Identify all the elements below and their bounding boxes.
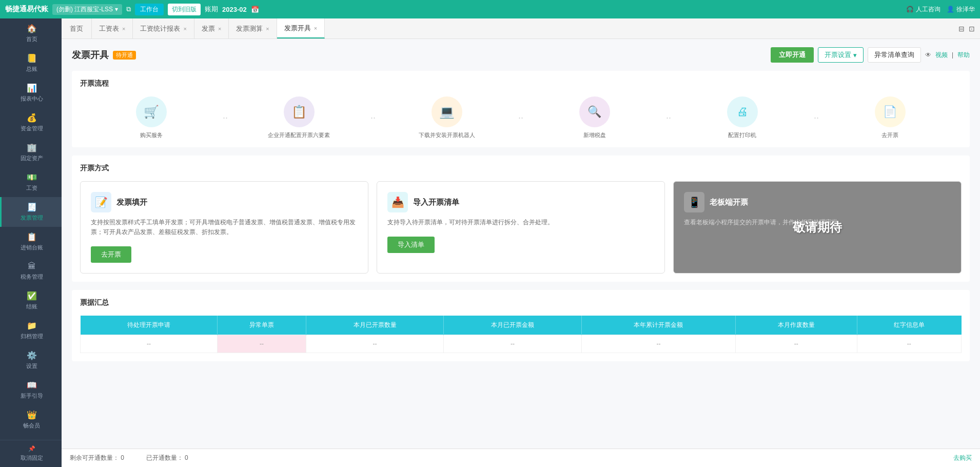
- bottom-info: 剩余可开通数量： 0 已开通数量： 0: [70, 454, 188, 462]
- flow-title: 开票流程: [80, 79, 962, 88]
- buy-link[interactable]: 去购买: [953, 454, 972, 462]
- copy-icon[interactable]: ⧉: [126, 5, 131, 13]
- sidebar-item-guide[interactable]: 📖 新手引导: [0, 375, 62, 405]
- settings-button[interactable]: 开票设置 ▾: [818, 47, 864, 63]
- sidebar-item-archive[interactable]: 📁 归档管理: [0, 316, 62, 345]
- sidebar-item-settings[interactable]: ⚙️ 设置: [0, 345, 62, 375]
- company-selector[interactable]: (勿删) 江西服宝-LSS ▾: [52, 4, 122, 15]
- flow-label-2: 企业开通配置开票六要素: [268, 131, 330, 139]
- sidebar-item-payroll[interactable]: 💵 工资: [0, 167, 62, 197]
- sidebar-item-ledger[interactable]: 📒 总账: [0, 48, 62, 78]
- remaining-label: 剩余可开通数量：: [70, 454, 119, 461]
- cell-3: --: [444, 335, 581, 353]
- member-icon: 👑: [27, 410, 37, 420]
- fill-desc: 支持按照发票样式手工填单开发票；可开具增值税电子普通发票、增值税普通发票、增值税…: [91, 218, 358, 237]
- flow-arrow-3: ··: [518, 112, 523, 123]
- sidebar-item-tax[interactable]: 🏛 税务管理: [0, 257, 62, 286]
- tab-payroll-report-close[interactable]: ×: [183, 26, 186, 32]
- fill-btn[interactable]: 去开票: [91, 246, 131, 263]
- top-bar-right: 🎧 人工咨询 👤 徐泽华: [906, 5, 975, 14]
- tab-invoice-calc-close[interactable]: ×: [266, 26, 269, 32]
- sidebar-item-home[interactable]: 🏠 首页: [0, 18, 62, 48]
- col-header-4: 本年累计开票金额: [581, 316, 735, 335]
- tab-payroll[interactable]: 工资表 ×: [92, 18, 133, 38]
- flow-arrow-1: ··: [223, 112, 228, 123]
- sidebar-item-unpin[interactable]: 📌 取消固定: [0, 440, 62, 467]
- tab-maximize-button[interactable]: ⊡: [969, 25, 975, 33]
- flow-step-2: 📋 企业开通配置开票六要素: [228, 96, 370, 139]
- flow-section: 开票流程 🛒 购买服务 ·· 📋 企业开通配置开票六要素 ·· 💻 下载并安: [72, 71, 970, 147]
- flow-icon-4: 🔍: [579, 96, 610, 127]
- page-header: 发票开具 待开通 立即开通 开票设置 ▾ 异常清单查询 👁 视频 | 帮助: [72, 47, 970, 63]
- overlay-text: 敬请期待: [793, 219, 842, 236]
- cell-5: --: [736, 335, 857, 353]
- payroll-icon: 💵: [27, 172, 37, 182]
- tab-invoice-open[interactable]: 发票开具 ×: [277, 18, 325, 38]
- header-help: 👁 视频 | 帮助: [925, 51, 970, 60]
- import-title: 导入开票清单: [413, 198, 459, 207]
- sidebar-item-purchase[interactable]: 📋 进销台账: [0, 227, 62, 257]
- chevron-down-icon: ▾: [853, 51, 857, 59]
- calendar-icon[interactable]: 📅: [251, 6, 259, 13]
- method-card-import: 📥 导入开票清单 支持导入待开票清单，可对待开票清单进行拆分、合并处理。 导入清…: [377, 181, 665, 274]
- avatar-icon: 👤: [947, 6, 954, 13]
- open-now-button[interactable]: 立即开通: [771, 47, 814, 63]
- company-name: (勿删) 江西服宝-LSS: [56, 5, 113, 14]
- sidebar-item-funds[interactable]: 💰 资金管理: [0, 108, 62, 138]
- tab-home[interactable]: 首页: [62, 18, 92, 38]
- tab-invoice-calc[interactable]: 发票测算 ×: [229, 18, 277, 38]
- sidebar-item-invoice[interactable]: 🧾 发票管理: [0, 197, 62, 227]
- sidebar-label-payroll: 工资: [26, 184, 37, 192]
- flow-arrow-4: ··: [666, 112, 671, 123]
- flow-step-6: 📄 去开票: [819, 96, 962, 139]
- sidebar-item-assets[interactable]: 🏢 固定资产: [0, 138, 62, 167]
- period-display: 账期 2023-02 📅: [205, 5, 259, 14]
- sidebar-item-reports[interactable]: 📊 报表中心: [0, 78, 62, 108]
- headset-icon: 🎧: [906, 6, 914, 13]
- tab-minimize-button[interactable]: ⊟: [958, 25, 965, 33]
- tab-payroll-close[interactable]: ×: [122, 26, 125, 32]
- help-label[interactable]: 帮助: [957, 51, 970, 60]
- settings-label: 开票设置: [825, 50, 851, 60]
- separator: [132, 454, 138, 461]
- sidebar: 🏠 首页 📒 总账 📊 报表中心 💰 资金管理 🏢 固定资产 💵 工资 🧾 发票…: [0, 18, 62, 467]
- import-btn[interactable]: 导入清单: [387, 237, 435, 253]
- sidebar-item-member[interactable]: 👑 畅会员: [0, 405, 62, 435]
- flow-icon-6: 📄: [875, 96, 906, 127]
- page-title: 发票开具: [72, 49, 109, 61]
- view-label[interactable]: 视频: [935, 51, 948, 60]
- import-icon: 📥: [387, 192, 408, 212]
- top-bar: 畅捷通易代账 (勿删) 江西服宝-LSS ▾ ⧉ 工作台 切到旧版 账期 202…: [0, 0, 980, 18]
- purchase-icon: 📋: [27, 232, 37, 242]
- col-header-2: 本月已开票数量: [306, 316, 443, 335]
- method-card-fill: 📝 发票填开 支持按照发票样式手工填单开发票；可开具增值税电子普通发票、增值税普…: [80, 181, 368, 274]
- summary-title: 票据汇总: [80, 298, 962, 307]
- sidebar-label-ledger: 总账: [26, 65, 37, 73]
- tab-bar-actions: ⊟ ⊡: [958, 25, 980, 33]
- reports-icon: 📊: [27, 83, 37, 93]
- flow-icon-3: 💻: [432, 96, 462, 127]
- fill-title: 发票填开: [116, 198, 147, 207]
- help-button[interactable]: 🎧 人工咨询: [906, 5, 940, 14]
- cell-2: --: [306, 335, 443, 353]
- tab-invoice[interactable]: 发票 ×: [194, 18, 229, 38]
- flow-step-3: 💻 下载并安装开票机器人: [376, 96, 518, 139]
- sidebar-label-home: 首页: [26, 35, 37, 43]
- user-button[interactable]: 👤 徐泽华: [947, 5, 975, 14]
- workspace-button[interactable]: 工作台: [135, 4, 164, 15]
- pin-icon: 📌: [28, 445, 35, 452]
- method-card-fill-header: 📝 发票填开: [91, 192, 358, 212]
- flow-step-5: 🖨 配置打印机: [671, 96, 814, 139]
- col-header-3: 本月已开票金额: [444, 316, 581, 335]
- tab-invoice-open-close[interactable]: ×: [314, 25, 317, 31]
- settings-icon: ⚙️: [27, 351, 37, 360]
- sidebar-item-settle[interactable]: ✅ 结账: [0, 286, 62, 316]
- flow-icon-2: 📋: [284, 96, 315, 127]
- table-row: -- -- -- -- -- -- --: [81, 335, 962, 353]
- tab-payroll-report[interactable]: 工资统计报表 ×: [133, 18, 194, 38]
- abnormal-list-button[interactable]: 异常清单查询: [868, 47, 921, 63]
- flow-step-4: 🔍 新增税盘: [523, 96, 666, 139]
- retro-button[interactable]: 切到旧版: [168, 4, 201, 15]
- sidebar-label-tax: 税务管理: [21, 273, 43, 281]
- tab-invoice-close[interactable]: ×: [218, 26, 221, 32]
